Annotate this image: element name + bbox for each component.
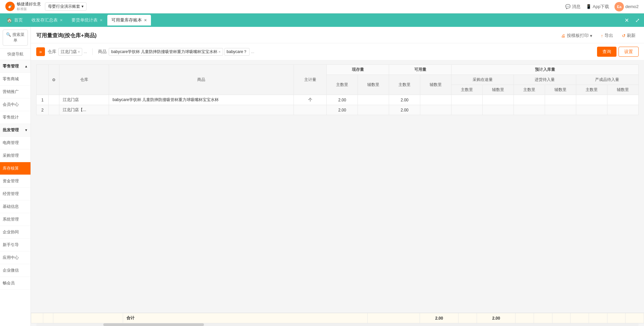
query-btn[interactable]: 查询 [597,47,616,57]
refresh-btn[interactable]: ↺ 刷新 [619,31,639,40]
sidebar-item-ecommerce[interactable]: 电商管理 [0,137,31,149]
row1-settings[interactable] [49,95,59,105]
sidebar-item-app-center[interactable]: 应用中心 [0,251,31,264]
table-area: ⚙ 仓库 商品 主计量 现存量 [31,60,644,313]
col-product-aux: 辅数里 [607,85,638,95]
sidebar-item-member[interactable]: 会员中心 [0,98,31,111]
top-bar: 🍼 畅捷通好生意 标准版 母婴行业演示账套 ▾ 💬 消息 📱 App下载 Ea … [0,0,644,13]
sidebar-item-inventory[interactable]: 库存核算 [0,162,31,175]
logo-sub: 标准版 [17,7,41,11]
message-btn[interactable]: 💬 消息 [565,4,581,10]
tab-available-stock[interactable]: 可用量库存账本 ✕ [107,15,151,26]
warehouse-tag-0-text: 江北门店 [61,49,77,55]
col-purchase-transit-header: 采购在途量 [451,75,514,85]
table-row: 2 江北门店【... 2.00 2.00 [37,105,639,115]
product-filter-label: 商品 [98,49,107,55]
row2-settings[interactable] [49,105,59,115]
sidebar-item-enterprise-wechat[interactable]: 企业微信 [0,264,31,277]
warehouse-tag-0[interactable]: 江北门店 × [58,48,82,56]
footer-purchase-aux [552,313,571,323]
sidebar-item-zero-stats-label: 零售统计 [3,114,19,120]
sidebar-item-marketing[interactable]: 营销推广 [0,86,31,98]
tab-expand-btn[interactable]: ⤢ [633,16,641,24]
tab-available-stock-label: 可用量库存账本 [111,17,142,23]
sidebar-search-label: 搜索菜单 [12,32,24,43]
print-icon: 🖨 [561,33,566,38]
page-header: 可用量查询(按仓库+商品) 🖨 按模板打印 ▾ ↑ 导出 ↺ 刷新 [31,27,644,43]
sidebar-item-basics[interactable]: 基础信息 [0,200,31,213]
tab-receive-send[interactable]: 收发存汇总表 ✕ [28,15,67,26]
col-product-header: 商品 [109,65,294,95]
phone-icon: 📱 [586,4,591,9]
settings-btn[interactable]: 设置 [619,47,639,57]
tab-home-label: 首页 [14,17,23,23]
col-rownum [37,65,49,95]
tab-order-stats-label: 要货单统计表 [71,17,98,23]
sidebar-item-ecommerce-label: 电商管理 [3,140,19,146]
product-tag-1[interactable]: babycare？ [224,48,250,56]
sidebar: 🔍 搜索菜单 快捷导航 零售管理 ▲ 零售商城 营销推广 会员中心 零售统计 批… [0,27,31,326]
sidebar-search-btn[interactable]: 🔍 搜索菜单 [3,30,28,46]
sidebar-item-finance[interactable]: 资金管理 [0,175,31,188]
product-tag-0-remove[interactable]: × [218,50,220,54]
top-bar-left: 🍼 畅捷通好生意 标准版 母婴行业演示账套 ▾ [5,2,87,11]
scroll-thumb[interactable] [103,323,204,326]
row1-warehouse: 江北门店 [59,95,109,105]
row1-incoming-main [514,95,545,105]
product-more[interactable]: ... [251,49,254,54]
sidebar-item-zero-mall[interactable]: 零售商城 [0,73,31,86]
row2-warehouse: 江北门店【... [59,105,109,115]
horizontal-scrollbar[interactable] [36,323,639,326]
tab-close-all-btn[interactable]: ✕ [623,16,631,24]
col-incoming-pending-header: 进货待入量 [514,75,576,85]
tab-order-stats[interactable]: 要货单统计表 ✕ [67,15,107,26]
tab-home[interactable]: 🏠 首页 [3,15,27,26]
tab-available-stock-close[interactable]: ✕ [144,18,147,22]
sidebar-item-system[interactable]: 系统管理 [0,213,31,226]
sidebar-item-purchase[interactable]: 采购管理 [0,149,31,162]
tab-receive-send-close[interactable]: ✕ [60,18,63,22]
user-name: demo2 [625,4,639,9]
sidebar-quicknav-btn[interactable]: 快捷导航 [0,49,31,60]
sidebar-item-enterprise[interactable]: 企业协同 [0,226,31,239]
footer-current-aux [459,313,477,323]
sidebar-item-business-label: 经营管理 [3,191,19,197]
user-area[interactable]: Ea demo2 [614,2,639,11]
row2-avail-aux [420,105,451,115]
sidebar-item-zero-stats[interactable]: 零售统计 [0,111,31,124]
row2-incoming-main [514,105,545,115]
print-template-btn[interactable]: 🖨 按模板打印 ▾ [558,31,595,40]
col-current-aux: 辅数里 [358,75,389,95]
footer-empty4 [367,313,420,323]
main-layout: 🔍 搜索菜单 快捷导航 零售管理 ▲ 零售商城 营销推广 会员中心 零售统计 批… [0,27,644,326]
sidebar-item-business[interactable]: 经营管理 [0,188,31,200]
tenant-name: 母婴行业演示账套 [48,4,80,9]
warehouse-more[interactable]: ... [84,49,87,54]
export-btn[interactable]: ↑ 导出 [598,31,616,40]
col-incoming-aux: 辅数里 [545,85,576,95]
sidebar-item-zero-mall-label: 零售商城 [3,76,19,82]
row2-incoming-aux [545,105,576,115]
message-label: 消息 [572,4,581,10]
product-tag-0[interactable]: babycare学饮杯 儿童防摔防撞吸管杯重力球吸嘴杯宝宝水杯 × [109,48,223,56]
app-download-btn[interactable]: 📱 App下载 [586,4,609,10]
sidebar-item-system-label: 系统管理 [3,217,19,222]
sidebar-item-wholesale[interactable]: 批发管理 ▼ [0,124,31,137]
col-settings-icon[interactable]: ⚙ [49,65,59,95]
product-filter-group: 商品 babycare学饮杯 儿童防摔防撞吸管杯重力球吸嘴杯宝宝水杯 × bab… [98,48,254,56]
filter-expand-btn[interactable]: » [36,47,45,56]
footer-product-aux [626,313,644,323]
warehouse-filter-group: 仓库 江北门店 × ... [48,48,87,56]
sidebar-item-vip-member[interactable]: 畅会员 [0,277,31,290]
tenant-selector[interactable]: 母婴行业演示账套 ▾ [45,2,87,11]
sidebar-item-zero-sales[interactable]: 零售管理 ▲ [0,60,31,73]
row2-purchase-aux [483,105,514,115]
row2-purchase-main [451,105,483,115]
tab-order-stats-close[interactable]: ✕ [100,18,103,22]
sidebar-item-wholesale-label: 批发管理 [3,127,19,133]
sidebar-item-new-guide[interactable]: 新手引导 [0,239,31,251]
data-table: ⚙ 仓库 商品 主计量 现存量 [36,64,639,115]
row1-unit: 个 [294,95,327,105]
warehouse-tag-0-remove[interactable]: × [78,50,80,54]
warehouse-filter-tags: 江北门店 × ... [58,48,87,56]
